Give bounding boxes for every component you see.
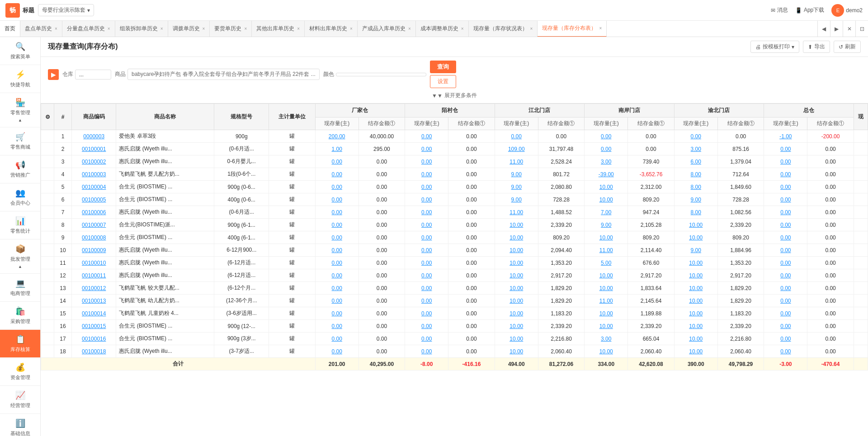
- sidebar-item-10[interactable]: 📋库存核算: [0, 330, 40, 358]
- cell-16-10[interactable]: 10.00: [495, 333, 538, 345]
- sidebar-item-2[interactable]: 🏪零售管理 ▲: [0, 93, 40, 127]
- tab-item-2[interactable]: 分量盘点单历史×: [62, 21, 115, 37]
- cell-4-14[interactable]: 8.00: [674, 181, 717, 193]
- cell-8-6[interactable]: 0.00: [315, 231, 359, 244]
- cell-16-16[interactable]: 0.00: [764, 333, 807, 345]
- tab-item-0[interactable]: 首页: [0, 21, 20, 37]
- cell-12-10[interactable]: 10.00: [495, 282, 538, 295]
- cell-5-12[interactable]: 10.00: [585, 193, 628, 206]
- cell-2-2[interactable]: 00100002: [72, 155, 116, 168]
- cell-6-6[interactable]: 0.00: [315, 206, 359, 219]
- cell-7-12[interactable]: 9.00: [585, 219, 628, 231]
- user-profile[interactable]: E demo2: [831, 4, 863, 17]
- cell-10-14[interactable]: 10.00: [674, 257, 717, 269]
- cell-15-14[interactable]: 10.00: [674, 320, 717, 333]
- cell-12-2[interactable]: 00100012: [72, 282, 116, 295]
- cell-7-16[interactable]: 0.00: [764, 219, 807, 231]
- cell-13-6[interactable]: 0.00: [315, 295, 359, 307]
- cell-7-8[interactable]: 0.00: [405, 219, 448, 231]
- sidebar-item-6[interactable]: 📊零售统计: [0, 211, 40, 239]
- cell-14-10[interactable]: 10.00: [495, 307, 538, 320]
- cell-14-6[interactable]: 0.00: [315, 307, 359, 320]
- cell-13-8[interactable]: 0.00: [405, 295, 448, 307]
- app-download-btn[interactable]: 📱 App下载: [795, 6, 824, 14]
- cell-4-12[interactable]: 10.00: [585, 181, 628, 193]
- cell-4-2[interactable]: 00100004: [72, 181, 116, 193]
- tab-close-5[interactable]: ×: [244, 26, 247, 31]
- tab-item-11[interactable]: 现存量（库存分布表）×: [538, 21, 607, 37]
- tab-close-6[interactable]: ×: [297, 26, 300, 31]
- tab-item-6[interactable]: 其他出库单历史×: [252, 21, 305, 37]
- cell-9-2[interactable]: 00100009: [72, 244, 116, 257]
- cell-1-6[interactable]: 1.00: [315, 143, 359, 155]
- cell-2-16[interactable]: 0.00: [764, 155, 807, 168]
- tab-item-5[interactable]: 要货单历史×: [210, 21, 252, 37]
- cell-8-16[interactable]: 0.00: [764, 231, 807, 244]
- color-input[interactable]: [336, 73, 426, 76]
- col-settings[interactable]: ⚙: [41, 104, 54, 130]
- tab-close-4[interactable]: ×: [203, 26, 205, 31]
- cell-12-6[interactable]: 0.00: [315, 282, 359, 295]
- cell-0-12[interactable]: 0.00: [585, 130, 628, 143]
- cell-15-16[interactable]: 0.00: [764, 320, 807, 333]
- cell-17-8[interactable]: 0.00: [405, 345, 448, 358]
- cell-7-14[interactable]: 10.00: [674, 219, 717, 231]
- cell-7-10[interactable]: 10.00: [495, 219, 538, 231]
- cell-17-10[interactable]: 10.00: [495, 345, 538, 358]
- cell-13-14[interactable]: 10.00: [674, 295, 717, 307]
- tab-item-3[interactable]: 组装拆卸单历史×: [115, 21, 168, 37]
- tab-item-1[interactable]: 盘点单历史×: [20, 21, 62, 37]
- tab-nav-next[interactable]: ▶: [830, 21, 843, 37]
- cell-9-16[interactable]: 0.00: [764, 244, 807, 257]
- cell-1-12[interactable]: 0.00: [585, 143, 628, 155]
- tab-close-1[interactable]: ×: [55, 26, 57, 31]
- cell-11-10[interactable]: 10.00: [495, 269, 538, 282]
- cell-13-2[interactable]: 00100013: [72, 295, 116, 307]
- cell-14-14[interactable]: 10.00: [674, 307, 717, 320]
- cell-8-10[interactable]: 10.00: [495, 231, 538, 244]
- tab-close-10[interactable]: ×: [530, 26, 533, 31]
- tab-close-7[interactable]: ×: [350, 26, 353, 31]
- cell-11-2[interactable]: 00100011: [72, 269, 116, 282]
- cell-16-2[interactable]: 00100016: [72, 333, 116, 345]
- cell-10-12[interactable]: 5.00: [585, 257, 628, 269]
- cell-1-14[interactable]: 3.00: [674, 143, 717, 155]
- cell-1-2[interactable]: 00100001: [72, 143, 116, 155]
- cell-7-2[interactable]: 00100007: [72, 219, 116, 231]
- cell-9-14[interactable]: 9.00: [674, 244, 717, 257]
- tab-item-8[interactable]: 产成品入库单历史×: [358, 21, 416, 37]
- cell-15-12[interactable]: 10.00: [585, 320, 628, 333]
- cell-5-10[interactable]: 9.00: [495, 193, 538, 206]
- tab-close-2[interactable]: ×: [108, 26, 110, 31]
- refresh-btn[interactable]: ↺ 刷新: [834, 41, 861, 53]
- cell-15-2[interactable]: 00100015: [72, 320, 116, 333]
- cell-11-14[interactable]: 10.00: [674, 269, 717, 282]
- cell-15-6[interactable]: 0.00: [315, 320, 359, 333]
- tab-close-11[interactable]: ×: [599, 26, 602, 31]
- cell-10-16[interactable]: 0.00: [764, 257, 807, 269]
- cell-14-8[interactable]: 0.00: [405, 307, 448, 320]
- tab-close-8[interactable]: ×: [408, 26, 411, 31]
- cell-8-2[interactable]: 00100008: [72, 231, 116, 244]
- cell-10-2[interactable]: 00100010: [72, 257, 116, 269]
- print-btn[interactable]: 🖨 按模板打印 ▾: [750, 41, 799, 53]
- cell-11-6[interactable]: 0.00: [315, 269, 359, 282]
- cell-13-10[interactable]: 10.00: [495, 295, 538, 307]
- cell-4-8[interactable]: 0.00: [405, 181, 448, 193]
- sidebar-item-12[interactable]: 📈经营管理: [0, 386, 40, 414]
- cell-2-10[interactable]: 11.00: [495, 155, 538, 168]
- cell-2-12[interactable]: 3.00: [585, 155, 628, 168]
- cell-3-6[interactable]: 0.00: [315, 168, 359, 181]
- sidebar-item-1[interactable]: ⚡快捷导航: [0, 65, 40, 93]
- org-select[interactable]: 母婴行业演示陈套 ▾: [38, 4, 94, 16]
- cell-5-14[interactable]: 9.00: [674, 193, 717, 206]
- cell-12-16[interactable]: 0.00: [764, 282, 807, 295]
- tab-item-10[interactable]: 现存量（库存状况表）×: [469, 21, 538, 37]
- filter-toggle-btn[interactable]: ▶: [48, 69, 59, 80]
- tab-item-7[interactable]: 材料出库单历史×: [305, 21, 358, 37]
- cell-10-10[interactable]: 10.00: [495, 257, 538, 269]
- cell-1-8[interactable]: 0.00: [405, 143, 448, 155]
- message-btn[interactable]: ✉ 消息: [771, 6, 788, 14]
- tab-nav-expand[interactable]: ⊡: [855, 21, 868, 37]
- cell-8-14[interactable]: 10.00: [674, 231, 717, 244]
